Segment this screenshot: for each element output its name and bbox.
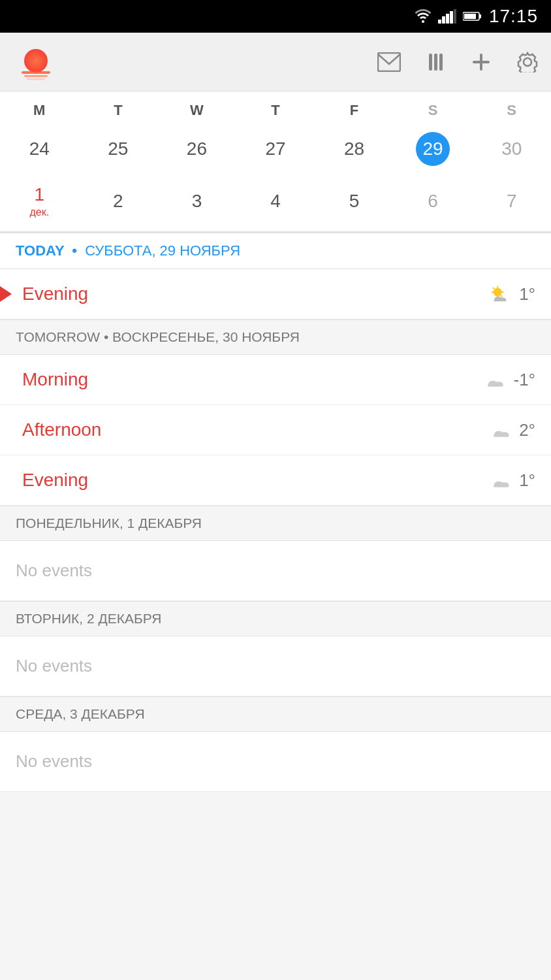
toolbar <box>0 33 551 91</box>
svg-point-19 <box>494 288 502 297</box>
event-label: Evening <box>16 284 486 304</box>
cal-day-25[interactable]: 25 <box>79 132 158 166</box>
calendar-week2: 1 дек. 2 3 4 5 6 7 <box>0 175 551 227</box>
svg-rect-2 <box>442 16 445 24</box>
day-label-fri: F <box>315 102 394 119</box>
cal-day-3dec[interactable]: 3 <box>157 184 236 218</box>
weather-temp-today-evening: 1° <box>519 284 535 304</box>
event-weather-afternoon: 2° <box>489 420 535 440</box>
events-section: TODAY • СУББОТА, 29 НОЯБРЯ Evening 1° <box>0 232 551 792</box>
tomorrow-header: TOMORROW • ВОСКРЕСЕНЬЕ, 30 НОЯБРЯ <box>0 319 551 355</box>
calendar-week1: 24 25 26 27 28 29 30 <box>0 123 551 175</box>
wednesday-no-events: No events <box>0 732 551 792</box>
cloud-icon-3 <box>489 471 512 489</box>
svg-rect-8 <box>479 14 481 18</box>
svg-rect-4 <box>450 11 453 24</box>
day-label-sun: S <box>472 102 551 119</box>
cal-day-5dec[interactable]: 5 <box>315 184 394 218</box>
svg-rect-14 <box>429 54 432 71</box>
today-date: СУББОТА, 29 НОЯБРЯ <box>85 242 240 259</box>
cal-day-29[interactable]: 29 <box>394 132 473 166</box>
calendar-header: M T W T F S S 24 25 26 27 28 29 30 1 дек… <box>0 91 551 232</box>
status-icons: 17:15 <box>415 6 538 27</box>
cal-day-28[interactable]: 28 <box>315 132 394 166</box>
event-tomorrow-evening[interactable]: Evening 1° <box>0 455 551 506</box>
settings-icon[interactable] <box>517 52 538 73</box>
event-label-morning: Morning <box>16 369 483 390</box>
tuesday-no-events-text: No events <box>16 656 92 676</box>
cal-day-6dec[interactable]: 6 <box>394 184 473 218</box>
cal-day-4dec[interactable]: 4 <box>236 184 315 218</box>
event-weather-tomorrow-evening: 1° <box>489 470 535 491</box>
event-weather-morning: -1° <box>483 370 535 390</box>
wifi-icon <box>415 9 432 24</box>
menu-icon[interactable] <box>427 52 445 72</box>
monday-no-events: No events <box>0 541 551 601</box>
section-header-wednesday: СРЕДА, 3 ДЕКАБРЯ <box>0 696 551 732</box>
event-label-tomorrow-evening: Evening <box>16 470 489 491</box>
monday-no-events-text: No events <box>16 561 92 580</box>
svg-rect-16 <box>439 54 443 71</box>
tomorrow-text: TOMORROW • ВОСКРЕСЕНЬЕ, 30 НОЯБРЯ <box>16 329 300 344</box>
event-tomorrow-afternoon[interactable]: Afternoon 2° <box>0 405 551 455</box>
mail-icon[interactable] <box>377 52 401 72</box>
wednesday-header-text: СРЕДА, 3 ДЕКАБРЯ <box>16 706 145 721</box>
event-tomorrow-morning[interactable]: Morning -1° <box>0 355 551 405</box>
event-today-evening[interactable]: Evening 1° <box>0 269 551 319</box>
svg-line-25 <box>501 295 502 297</box>
svg-point-9 <box>24 49 48 73</box>
cloud-icon <box>483 370 507 389</box>
svg-rect-12 <box>27 78 45 80</box>
day-label-wed: W <box>157 102 236 119</box>
event-label-afternoon: Afternoon <box>16 419 489 440</box>
svg-rect-5 <box>454 9 456 24</box>
weather-temp-morning: -1° <box>513 370 535 390</box>
svg-rect-11 <box>24 75 48 77</box>
status-time: 17:15 <box>489 6 538 27</box>
today-text: TODAY <box>16 242 64 259</box>
battery-icon <box>463 10 482 22</box>
cal-day-24[interactable]: 24 <box>0 132 79 166</box>
add-icon[interactable] <box>471 52 491 72</box>
svg-line-24 <box>493 287 494 289</box>
cal-day-1dec[interactable]: 1 дек. <box>0 184 79 218</box>
wednesday-no-events-text: No events <box>16 751 92 771</box>
logo-svg <box>16 42 55 82</box>
app-logo <box>13 39 59 85</box>
svg-rect-13 <box>378 53 400 71</box>
cloud-icon-2 <box>489 421 512 439</box>
today-header: TODAY • СУББОТА, 29 НОЯБРЯ <box>0 232 551 269</box>
cal-day-30[interactable]: 30 <box>472 132 551 166</box>
cal-day-26[interactable]: 26 <box>157 132 236 166</box>
cal-day-27[interactable]: 27 <box>236 132 315 166</box>
section-header-tuesday: ВТОРНИК, 2 ДЕКАБРЯ <box>0 601 551 636</box>
cal-day-2dec[interactable]: 2 <box>79 184 158 218</box>
svg-rect-10 <box>22 71 50 74</box>
svg-rect-18 <box>473 61 490 63</box>
cal-day-7dec[interactable]: 7 <box>472 184 551 218</box>
today-separator: • <box>72 242 81 259</box>
svg-point-0 <box>422 20 424 23</box>
section-header-monday: ПОНЕДЕЛЬНИК, 1 ДЕКАБРЯ <box>0 506 551 541</box>
svg-rect-15 <box>434 54 437 71</box>
event-weather: 1° <box>486 284 535 304</box>
svg-rect-7 <box>464 14 476 19</box>
sun-cloud-icon <box>486 284 512 304</box>
tuesday-no-events: No events <box>0 636 551 696</box>
day-label-thu: T <box>236 102 315 119</box>
day-label-sat: S <box>394 102 473 119</box>
svg-rect-3 <box>446 14 449 24</box>
day-labels-row: M T W T F S S <box>0 98 551 123</box>
status-bar: 17:15 <box>0 0 551 33</box>
day-label-mon: M <box>0 102 79 119</box>
day-label-tue: T <box>79 102 158 119</box>
svg-rect-1 <box>438 20 441 24</box>
today-label: TODAY • СУББОТА, 29 НОЯБРЯ <box>16 242 240 259</box>
tuesday-header-text: ВТОРНИК, 2 ДЕКАБРЯ <box>16 611 161 626</box>
weather-temp-afternoon: 2° <box>519 420 535 440</box>
signal-icon <box>438 9 456 24</box>
monday-header-text: ПОНЕДЕЛЬНИК, 1 ДЕКАБРЯ <box>16 515 202 531</box>
weather-temp-tomorrow-evening: 1° <box>519 470 535 491</box>
toolbar-actions <box>377 52 538 73</box>
